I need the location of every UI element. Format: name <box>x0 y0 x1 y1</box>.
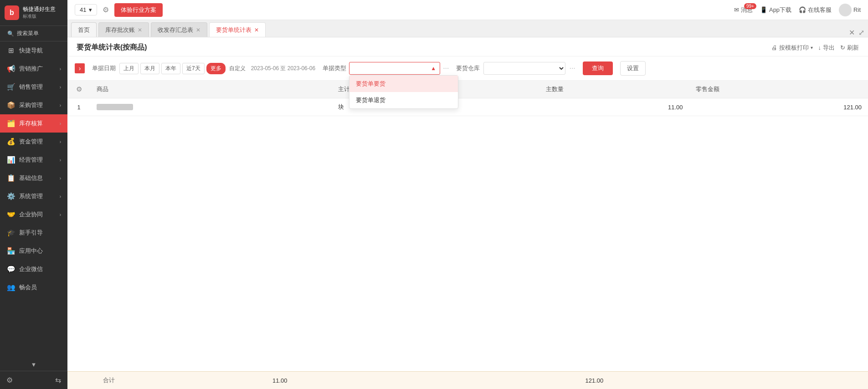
col-qty: 主数量 <box>539 81 689 98</box>
sidebar-item-purchase[interactable]: 📦 采购管理 › <box>0 96 67 114</box>
select-arrow-up-icon[interactable]: ▲ <box>431 65 436 72</box>
tab-close-receive-summary[interactable]: ✕ <box>196 27 200 33</box>
sidebar-search[interactable]: 🔍 搜索菜单 <box>0 26 67 41</box>
topbar: 41 ▾ ⚙ 体验行业方案 ✉ 消息 99+ 📱 App下载 🎧 在线客服 R <box>67 0 868 20</box>
date-this-year-btn[interactable]: 本年 <box>161 63 180 74</box>
basics-icon: 📋 <box>6 174 15 183</box>
sidebar-item-appcenter[interactable]: 🏪 应用中心 <box>0 242 67 260</box>
topbar-gear-icon[interactable]: ⚙ <box>103 5 109 14</box>
sidebar-item-inventory[interactable]: 🗂️ 库存核算 › <box>0 114 67 133</box>
print-btn[interactable]: 🖨 按模板打印 ▾ <box>771 44 813 52</box>
refresh-btn[interactable]: ↻ 刷新 <box>840 44 859 52</box>
settings-btn[interactable]: 设置 <box>620 61 646 76</box>
finance-icon: 💰 <box>6 137 15 146</box>
sidebar-item-member[interactable]: 👥 畅会员 <box>0 278 67 297</box>
warehouse-more-icon[interactable]: ··· <box>569 64 575 72</box>
expand-tabs-icon[interactable]: ⤢ <box>858 28 864 37</box>
date-last-month-btn[interactable]: 上月 <box>119 63 139 74</box>
wechat-icon: 💬 <box>6 265 15 274</box>
warehouse-filter-group: 要货仓库 ··· <box>456 62 575 75</box>
dropdown-item-yaohuo-order[interactable]: 要货单要货 <box>349 76 458 92</box>
company-selector[interactable]: 41 ▾ <box>75 4 97 15</box>
tab-home[interactable]: 首页 <box>71 22 97 37</box>
date-this-month-btn[interactable]: 本月 <box>140 63 159 74</box>
type-select[interactable]: ▲ 要货单要货 要货单退货 <box>349 62 440 75</box>
user-avatar[interactable]: Rit <box>839 4 861 16</box>
headset-icon: 🎧 <box>799 6 806 13</box>
chevron-right-icon: › <box>60 194 61 199</box>
main-area: 41 ▾ ⚙ 体验行业方案 ✉ 消息 99+ 📱 App下载 🎧 在线客服 R <box>67 0 868 389</box>
warehouse-select[interactable] <box>483 62 565 75</box>
table-header-row: ⚙ 商品 主计量单位 主数量 零售金额 <box>67 81 868 98</box>
print-icon: 🖨 <box>771 44 777 51</box>
row-index: 1 <box>67 98 90 116</box>
gear-icon[interactable]: ⚙ <box>76 85 82 93</box>
table-wrapper: ⚙ 商品 主计量单位 主数量 零售金额 <box>67 81 868 116</box>
sidebar-item-basics[interactable]: 📋 基础信息 › <box>0 169 67 187</box>
date-last7days-btn[interactable]: 近7天 <box>182 63 205 74</box>
tabbar-actions: ✕ ⤢ <box>849 28 864 37</box>
chevron-down-icon: ▾ <box>89 6 92 13</box>
app-download-btn[interactable]: 📱 App下载 <box>760 6 791 14</box>
filter-more-icon[interactable]: ··· <box>443 64 449 72</box>
guide-icon: 🎓 <box>6 228 15 237</box>
appcenter-icon: 🏪 <box>6 246 15 256</box>
table-row: 1 块 11.00 121.00 <box>67 98 868 116</box>
sidebar-scroll-down[interactable]: ▼ <box>0 358 67 371</box>
sidebar-logo: b 畅捷通好生意 标准版 <box>0 0 67 26</box>
customer-service-btn[interactable]: 🎧 在线客服 <box>799 6 832 14</box>
industry-btn[interactable]: 体验行业方案 <box>114 3 163 17</box>
refresh-icon: ↻ <box>840 44 845 51</box>
sidebar-item-operation[interactable]: 📊 经营管理 › <box>0 151 67 169</box>
chevron-right-icon: › <box>60 67 61 72</box>
tab-inventory-batch[interactable]: 库存批次账 ✕ <box>98 22 149 37</box>
purchase-icon: 📦 <box>6 101 15 110</box>
app-logo-text: 畅捷通好生意 标准版 <box>23 6 56 20</box>
filter-expand-btn[interactable]: › <box>75 63 85 73</box>
date-range-display: 2023-05-06 至 2023-06-06 <box>251 65 315 72</box>
export-icon: ↓ <box>818 44 822 51</box>
member-icon: 👥 <box>6 283 15 292</box>
chevron-right-icon: › <box>60 176 61 181</box>
tabbar: 首页 库存批次账 ✕ 收发存汇总表 ✕ 要货单统计表 ✕ ✕ ⤢ <box>67 20 868 37</box>
message-btn[interactable]: ✉ 消息 99+ <box>734 6 753 14</box>
query-btn[interactable]: 查询 <box>583 61 613 75</box>
quicknav-icon: ⊞ <box>6 46 15 55</box>
col-gear: ⚙ <box>67 81 90 98</box>
sales-icon: 🛒 <box>6 82 15 92</box>
footer-qty: 11.00 <box>122 377 549 384</box>
table-footer: 合计 11.00 121.00 <box>67 371 868 389</box>
sidebar-item-finance[interactable]: 💰 资金管理 › <box>0 133 67 151</box>
topbar-right: ✉ 消息 99+ 📱 App下载 🎧 在线客服 Rit <box>734 4 861 16</box>
content-area: 要货单统计表(按商品) 🖨 按模板打印 ▾ ↓ 导出 ↻ 刷新 › <box>67 37 868 389</box>
avatar-img <box>839 4 852 16</box>
sidebar-item-system[interactable]: ⚙️ 系统管理 › <box>0 187 67 205</box>
tab-receive-summary[interactable]: 收发存汇总表 ✕ <box>151 22 207 37</box>
tab-order-stats[interactable]: 要货单统计表 ✕ <box>209 22 266 37</box>
collapse-icon[interactable]: ⇆ <box>55 376 61 384</box>
settings-icon[interactable]: ⚙ <box>6 376 13 384</box>
enterprise-icon: 🤝 <box>6 210 15 219</box>
dropdown-item-yaohuo-return[interactable]: 要货单退货 <box>349 92 458 108</box>
close-all-tabs-icon[interactable]: ✕ <box>849 28 855 37</box>
date-custom-btn[interactable]: 自定义 <box>229 65 246 72</box>
date-more-btn[interactable]: 更多 <box>206 63 226 74</box>
chevron-right-icon: › <box>60 103 61 108</box>
search-icon: 🔍 <box>7 31 14 37</box>
sidebar-item-sales[interactable]: 🛒 销售管理 › <box>0 78 67 96</box>
export-btn[interactable]: ↓ 导出 <box>818 44 835 52</box>
sidebar-item-wechat[interactable]: 💬 企业微信 <box>0 260 67 278</box>
sidebar-item-marketing[interactable]: 📢 营销推广 › <box>0 60 67 78</box>
sidebar-item-quicknav[interactable]: ⊞ 快捷导航 <box>0 41 67 60</box>
sidebar-item-guide[interactable]: 🎓 新手引导 <box>0 224 67 242</box>
type-select-input[interactable] <box>353 65 431 72</box>
operation-icon: 📊 <box>6 155 15 164</box>
sidebar: b 畅捷通好生意 标准版 🔍 搜索菜单 ⊞ 快捷导航 📢 营销推广 › 🛒 销售… <box>0 0 67 389</box>
sidebar-item-enterprise[interactable]: 🤝 企业协同 › <box>0 205 67 224</box>
date-quick-btns: 上月 本月 本年 近7天 更多 <box>119 63 226 74</box>
tab-close-order-stats[interactable]: ✕ <box>254 27 259 33</box>
tab-close-inventory-batch[interactable]: ✕ <box>138 27 142 33</box>
message-icon: ✉ <box>734 6 739 13</box>
data-table: ⚙ 商品 主计量单位 主数量 零售金额 <box>67 81 868 116</box>
chevron-right-icon: › <box>60 85 61 90</box>
